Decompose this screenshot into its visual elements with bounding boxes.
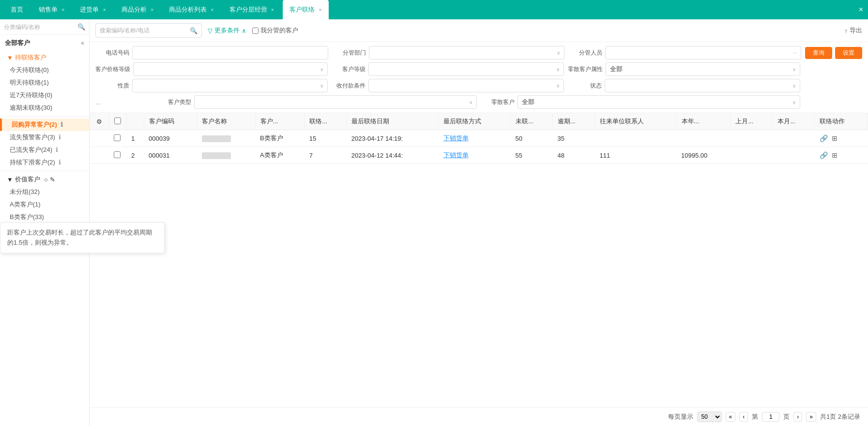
lost-pre-info-icon[interactable]: ℹ (59, 133, 61, 141)
search-icon[interactable]: 🔍 (190, 27, 198, 34)
retail-attr-select[interactable]: 全部 ∨ (606, 62, 800, 76)
first-page-button[interactable]: « (726, 412, 736, 422)
setting-button[interactable]: 设置 (835, 47, 862, 59)
close-purchase-icon[interactable]: × (103, 7, 106, 13)
nav-product-analysis-list[interactable]: 商品分析列表 × (162, 0, 220, 19)
sidebar-a-customers[interactable]: A类客户(1) (0, 198, 89, 211)
my-customers-checkbox[interactable] (252, 28, 259, 34)
sidebar-pending-group[interactable]: ▼ 待联络客户 (0, 51, 89, 64)
sidebar-b-customers[interactable]: B类客户(33) (0, 211, 89, 223)
filter-status-cell: 状态 ∨ (568, 79, 800, 92)
sidebar-all-customers[interactable]: 全部客户 « (0, 35, 89, 51)
nav-purchase[interactable]: 进货单 × (73, 0, 112, 19)
next-page-button[interactable]: › (793, 412, 802, 422)
customer-type-arrow-icon: ∨ (469, 100, 472, 105)
sidebar-7days-pending[interactable]: 近7天待联络(0) (0, 89, 89, 102)
sidebar-repurchase-abnormal[interactable]: 回购异常客户(2) ℹ (0, 118, 89, 131)
search-input[interactable] (100, 27, 190, 34)
gender-select[interactable]: ∨ (132, 79, 328, 92)
status-label: 状态 (568, 82, 602, 90)
sidebar-overdue-pending[interactable]: 逾期未联络(30) (0, 102, 89, 114)
nav-customer-tier[interactable]: 客户分层经营 × (223, 0, 281, 19)
row1-grade: B类客户 (255, 130, 305, 147)
window-close-icon[interactable]: × (859, 5, 863, 14)
phone-label: 电话号码 (95, 49, 129, 57)
nav-sales[interactable]: 销售单 × (32, 0, 71, 19)
my-customers-checkbox-group: 我分管的客户 (252, 26, 298, 35)
status-arrow-icon: ∨ (792, 83, 796, 88)
export-button[interactable]: ↑ 导出 (845, 26, 863, 35)
row1-link-icon[interactable]: 🔗 (820, 134, 828, 142)
table-settings-icon[interactable]: ⚙ (96, 118, 102, 125)
row1-this-year (676, 130, 731, 147)
row1-overdue: 35 (553, 130, 595, 147)
col-uncontacted-header: 未联... (511, 113, 553, 130)
sidebar-tomorrow-pending[interactable]: 明天待联络(1) (0, 76, 89, 89)
select-all-checkbox[interactable] (114, 118, 121, 124)
total-label: 共1页 2条记录 (820, 412, 860, 421)
nav-customer-contact[interactable]: 客户联络 × (283, 0, 328, 19)
sidebar-search-input[interactable] (4, 24, 77, 30)
prev-page-button[interactable]: ‹ (739, 412, 748, 422)
dept-select[interactable]: ∨ (369, 46, 565, 59)
per-page-select[interactable]: 50 20 100 200 (697, 411, 722, 422)
person-select[interactable]: ··· (605, 46, 801, 59)
advanced-filters: 电话号码 分管部门 ∨ 分管人员 ··· (90, 42, 868, 113)
nav-home[interactable]: 首页 (4, 0, 30, 19)
retail-attr-arrow-icon: ∨ (792, 67, 796, 72)
filter-row-1: 电话号码 分管部门 ∨ 分管人员 ··· (95, 46, 862, 59)
pending-arrow-icon: ▼ (7, 54, 13, 61)
tooltip-box: 距客户上次交易时长，超过了此客户的平均交易周期的1.5倍，则视为异常。 (90, 222, 165, 253)
more-filter-button[interactable]: ▽ 更多条件 ∧ (208, 26, 246, 35)
sidebar-today-pending[interactable]: 今天待联络(0) (0, 64, 89, 76)
sidebar-ungrouped[interactable]: 未分组(32) (0, 186, 89, 198)
value-edit-icon[interactable]: ○ (44, 176, 48, 183)
col-last-date-header: 最后联络日期 (347, 113, 439, 130)
sidebar-declining[interactable]: 持续下滑客户(2) ℹ (0, 156, 89, 169)
row1-method-link[interactable]: 下销货单 (443, 134, 469, 142)
gender-arrow-icon: ∨ (320, 83, 323, 88)
repurchase-info-icon[interactable]: ℹ (61, 121, 63, 128)
sidebar-search-icon[interactable]: 🔍 (77, 23, 85, 30)
customer-grade-select[interactable]: ∨ (368, 62, 564, 76)
col-this-month-header: 本月... (773, 113, 815, 130)
close-sales-icon[interactable]: × (61, 7, 64, 13)
more-dots-icon[interactable]: ... (95, 98, 101, 106)
page-input[interactable] (762, 412, 779, 422)
data-table-wrapper: ⚙ 客户编码 客户名称 客户... 联络... 最后联络日期 最后联络方式 未联… (90, 113, 868, 407)
declining-info-icon[interactable]: ℹ (59, 159, 61, 166)
phone-input[interactable] (132, 46, 328, 59)
payment-select[interactable]: ∨ (368, 79, 564, 92)
lost-info-icon[interactable]: ℹ (56, 146, 58, 153)
row2-link-icon[interactable]: 🔗 (820, 151, 828, 159)
retail-select[interactable]: 全部 ∨ (518, 95, 800, 109)
last-page-button[interactable]: » (806, 412, 816, 422)
sidebar-lost[interactable]: 已流失客户(24) ℹ (0, 144, 89, 156)
status-select[interactable]: ∨ (605, 79, 800, 92)
row2-grid-icon[interactable]: ⊞ (832, 151, 838, 159)
close-customer-tier-icon[interactable]: × (271, 7, 274, 13)
query-button[interactable]: 查询 (805, 47, 832, 59)
sidebar-value-customers-group[interactable]: ▼ 价值客户 ○ ✎ (0, 173, 89, 186)
sidebar-lost-pre[interactable]: 流失预警客户(3) ℹ (0, 131, 89, 144)
filter-icon: ▽ (208, 27, 213, 34)
row2-settings (90, 147, 109, 164)
row1-select-checkbox[interactable] (114, 134, 121, 141)
filter-top-bar: 🔍 ▽ 更多条件 ∧ 我分管的客户 ↑ 导出 (90, 19, 868, 42)
row2-select-checkbox[interactable] (114, 151, 121, 158)
value-settings-icon[interactable]: ✎ (50, 176, 55, 183)
close-product-analysis-icon[interactable]: × (151, 7, 153, 13)
row2-this-year: 10995.00 (676, 147, 731, 164)
close-customer-contact-icon[interactable]: × (319, 7, 321, 13)
retail-arrow-icon: ∨ (792, 100, 796, 105)
row2-method-link[interactable]: 下销货单 (443, 151, 469, 159)
row2-this-month (773, 147, 815, 164)
row1-grid-icon[interactable]: ⊞ (832, 134, 838, 142)
price-grade-select[interactable]: ∨ (133, 62, 328, 76)
row2-last-method: 下销货单 (439, 147, 511, 164)
customer-type-select[interactable]: ∨ (194, 95, 477, 109)
nav-product-analysis[interactable]: 商品分析 × (115, 0, 160, 19)
filter-retail-attr-cell: 零散客户属性 全部 ∨ (568, 62, 800, 76)
sidebar-collapse-icon[interactable]: « (81, 40, 84, 46)
close-product-analysis-list-icon[interactable]: × (211, 7, 213, 13)
